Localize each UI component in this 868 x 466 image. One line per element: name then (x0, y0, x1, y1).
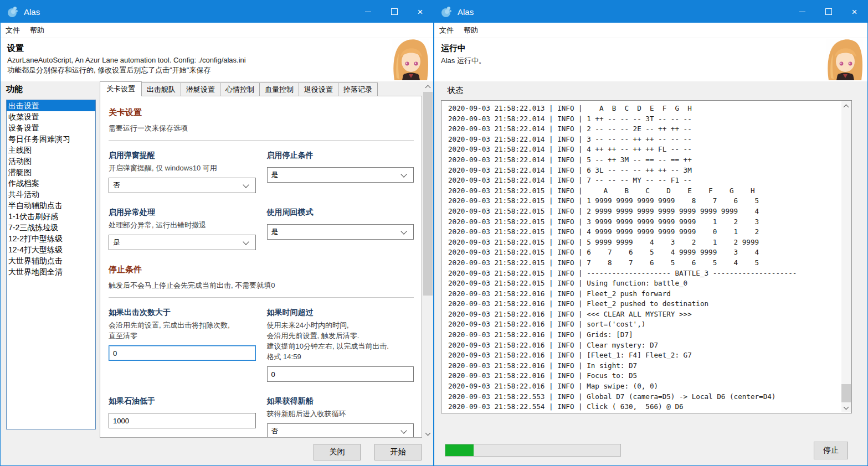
log-line: 2020-09-03 21:58:22.016 | INFO | Clear m… (448, 340, 851, 351)
stop-button[interactable]: 停止 (814, 442, 848, 459)
form-field: 启用弹窗提醒开启弹窗提醒, 仅 windows10 可用否 (109, 151, 256, 193)
input-如果出击次数大于[interactable]: 0 (109, 345, 256, 361)
chevron-down-icon (400, 228, 407, 234)
avatar (826, 39, 863, 80)
log-line: 2020-09-03 21:58:22.016 | INFO | In sigh… (448, 361, 851, 371)
log-line: 2020-09-03 21:58:22.015 | INFO | 6 7 6 5… (448, 247, 851, 258)
log-line: 2020-09-03 21:58:22.016 | INFO | Focus t… (448, 371, 851, 381)
minimize-button[interactable] (355, 1, 381, 23)
section-heading: 关卡设置 (109, 107, 414, 118)
scrollbar-thumb[interactable] (841, 384, 851, 402)
close-button[interactable]: 关闭 (314, 444, 361, 460)
sidebar-item[interactable]: 12-4打大型练级 (7, 244, 95, 255)
input-如果时间超过[interactable]: 0 (267, 366, 414, 382)
settings-scrollbar[interactable] (423, 82, 433, 438)
tab-出击舰队[interactable]: 出击舰队 (141, 82, 181, 96)
dropdown-启用异常处理[interactable]: 是 (109, 235, 256, 250)
dropdown-启用弹窗提醒[interactable]: 否 (109, 178, 256, 193)
dropdown-如果获得新船[interactable]: 否 (267, 423, 414, 438)
tab-心情控制[interactable]: 心情控制 (220, 82, 260, 96)
form-field: 启用异常处理处理部分异常, 运行出错时撤退是 (109, 208, 256, 250)
scroll-down-icon[interactable] (423, 429, 433, 438)
section-subheading: 需要运行一次来保存选项 (109, 123, 414, 133)
log-header: 运行中 Alas 运行中。 (434, 38, 867, 82)
tab-血量控制[interactable]: 血量控制 (259, 82, 299, 96)
tab-pane: 关卡设置需要运行一次来保存选项启用弹窗提醒开启弹窗提醒, 仅 windows10… (100, 96, 422, 438)
log-line: 2020-09-03 21:58:22.014 | INFO | 6 3L --… (448, 165, 851, 176)
log-line: 2020-09-03 21:58:22.553 | INFO | Global … (448, 392, 851, 402)
sidebar-item[interactable]: 大世界地图全清 (7, 266, 95, 277)
alas-logo-icon (441, 6, 452, 18)
sidebar-item[interactable]: 每日任务困难演习 (7, 133, 95, 144)
minimize-button[interactable] (789, 1, 815, 23)
tab-退役设置[interactable]: 退役设置 (299, 82, 338, 96)
close-icon[interactable]: × (841, 1, 867, 23)
sidebar-item[interactable]: 共斗活动 (7, 189, 95, 200)
log-body: 状态 2020-09-03 21:58:22.013 | INFO | A B … (434, 81, 867, 439)
field-label: 启用弹窗提醒 (109, 151, 256, 160)
sidebar-item[interactable]: 12-2打中型练级 (7, 233, 95, 244)
tab-掉落记录[interactable]: 掉落记录 (338, 82, 378, 96)
sidebar-item[interactable]: 半自动辅助点击 (7, 200, 95, 211)
log-line: 2020-09-03 21:58:22.014 | INFO | 3 -- --… (448, 134, 851, 145)
sidebar-item[interactable]: 设备设置 (7, 122, 95, 133)
tab-关卡设置[interactable]: 关卡设置 (100, 81, 142, 96)
sidebar-item[interactable]: 1-1伏击刷好感 (7, 211, 95, 222)
titlebar: Alas × (1, 1, 433, 23)
chevron-down-icon (400, 171, 407, 177)
scrollbar-thumb[interactable] (423, 92, 433, 296)
section-heading: 停止条件 (109, 265, 414, 275)
dropdown-启用停止条件[interactable]: 是 (267, 167, 414, 183)
field-hint: 开启弹窗提醒, 仅 windows10 可用 (109, 163, 256, 173)
menubar: 文件 帮助 (1, 23, 433, 38)
settings-header: 设置 AzurLaneAutoScript, An Azur Lane auto… (1, 38, 433, 82)
input-如果石油低于[interactable]: 1000 (109, 413, 256, 428)
sidebar-item[interactable]: 7-2三战拣垃圾 (7, 222, 95, 233)
field-label: 启用停止条件 (267, 151, 414, 160)
maximize-button[interactable] (381, 1, 407, 23)
scroll-up-icon[interactable] (841, 101, 851, 111)
avatar (392, 39, 429, 80)
menu-help[interactable]: 帮助 (25, 23, 49, 38)
log-line: 2020-09-03 21:58:22.014 | INFO | 1 ++ --… (448, 114, 851, 125)
sidebar-item[interactable]: 活动图 (7, 156, 95, 167)
log-line: 2020-09-03 21:58:22.014 | INFO | 7 -- --… (448, 175, 851, 186)
page-title: 运行中 (434, 38, 867, 55)
log-line: 2020-09-03 21:58:22.015 | INFO | 3 9999 … (448, 217, 851, 227)
tab-bar: 关卡设置出击舰队潜艇设置心情控制血量控制退役设置掉落记录 (100, 82, 422, 96)
log-line: 2020-09-03 21:58:22.015 | INFO | A B C D… (448, 186, 851, 196)
dropdown-使用周回模式[interactable]: 是 (267, 224, 414, 240)
field-label: 如果时间超过 (267, 308, 414, 318)
tab-潜艇设置[interactable]: 潜艇设置 (181, 82, 220, 96)
log-line: 2020-09-03 21:58:22.016 | INFO | Grids: … (448, 330, 851, 340)
dropdown-value: 是 (271, 170, 279, 180)
header-note: 功能都是分别保存和运行的, 修改设置后别忘了点击"开始"来保存 (1, 65, 433, 76)
settings-window: Alas × 文件 帮助 设置 AzurLaneAutoScript, An A… (0, 0, 434, 466)
sidebar-item[interactable]: 出击设置 (7, 100, 95, 111)
menu-file[interactable]: 文件 (1, 23, 25, 38)
log-line: 2020-09-03 21:58:22.016 | INFO | [Fleet_… (448, 350, 851, 361)
start-button[interactable]: 开始 (374, 444, 422, 460)
field-hint: 处理部分异常, 运行出错时撤退 (109, 220, 256, 230)
field-hint: 会沿用先前设置, 触发后清零. (267, 330, 414, 341)
field-label: 使用周回模式 (267, 208, 414, 218)
log-line: 2020-09-03 21:58:22.013 | INFO | A B C D… (448, 103, 851, 114)
sidebar-item[interactable]: 潜艇图 (7, 167, 95, 178)
close-icon[interactable]: × (407, 1, 433, 23)
scroll-down-icon[interactable] (841, 403, 851, 412)
sidebar-item[interactable]: 主线图 (7, 144, 95, 156)
log-line: 2020-09-03 21:58:22.016 | INFO | sort=('… (448, 319, 851, 330)
log-line: 2020-09-03 21:58:22.014 | INFO | 2 -- --… (448, 124, 851, 134)
window-title: Alas (24, 7, 40, 17)
maximize-button[interactable] (815, 1, 841, 23)
sidebar-item[interactable]: 作战档案 (7, 178, 95, 189)
log-scrollbar[interactable] (841, 101, 851, 412)
page-title: 设置 (1, 38, 433, 55)
sidebar-item[interactable]: 大世界辅助点击 (7, 255, 95, 266)
scroll-up-icon[interactable] (423, 82, 433, 91)
menu-help[interactable]: 帮助 (459, 23, 483, 38)
sidebar-item[interactable]: 收菜设置 (7, 111, 95, 122)
menu-file[interactable]: 文件 (434, 23, 459, 38)
field-hint: 建议提前10分钟左右, 以完成当前出击. (267, 341, 414, 351)
header-status-text: Alas 运行中。 (434, 55, 867, 66)
